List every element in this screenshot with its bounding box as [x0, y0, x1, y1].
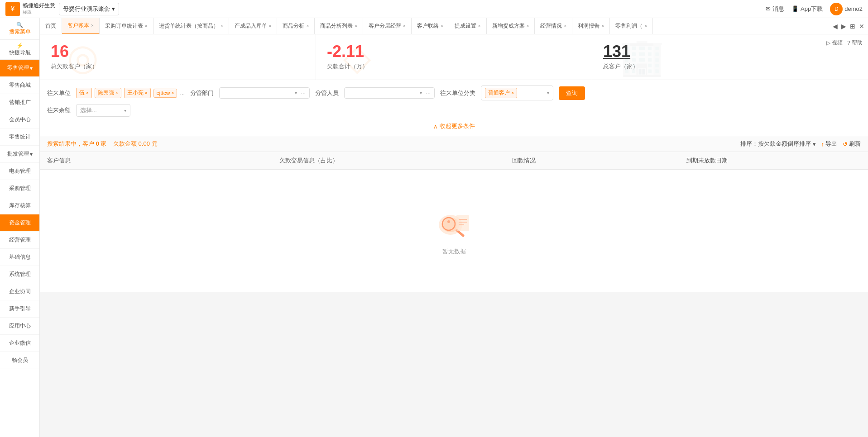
sidebar-item-retail-stats[interactable]: 零售统计 [0, 128, 39, 146]
tabs-nav-next[interactable]: ▶ [840, 22, 847, 31]
tab-customer-tier[interactable]: 客户分层经营 × [363, 18, 412, 34]
messages-btn[interactable]: ✉ 消息 [766, 5, 784, 13]
unit-tag-2-close[interactable]: × [145, 90, 148, 95]
tab-home[interactable]: 首页 [40, 18, 62, 34]
tab-new-commission-close[interactable]: × [527, 24, 529, 28]
tab-commission-settings-close[interactable]: × [478, 24, 481, 28]
table-header: 客户信息 欠款交易信息（占比） 回款情况 到期未放款日期 [40, 152, 868, 170]
sort-label: 排序：按欠款金额倒序排序 [740, 140, 811, 148]
unit-tag-0-label: 伍 [79, 89, 85, 97]
tab-profit-report[interactable]: 利润报告 × [572, 18, 610, 34]
tab-retail-profit[interactable]: 零售利润（ × [610, 18, 653, 34]
tab-customer-ledger-label: 客户账本 [67, 22, 89, 29]
tab-customer-ledger-close[interactable]: × [91, 23, 94, 28]
tab-product-analysis-list[interactable]: 商品分析列表 × [315, 18, 363, 34]
sidebar-item-app-center[interactable]: 应用中心 [0, 318, 39, 335]
unit-tag-1-label: 陈民强 [98, 89, 114, 97]
sidebar-item-new-guide[interactable]: 新手引导 [0, 300, 39, 318]
sidebar-item-purchase[interactable]: 采购管理 [0, 180, 39, 197]
debt-label: 欠款金额 [113, 140, 137, 147]
sidebar-item-finance[interactable]: 资金管理 [0, 214, 39, 232]
tab-commission-settings[interactable]: 提成设置 × [449, 18, 487, 34]
tab-customer-tier-label: 客户分层经营 [369, 22, 401, 30]
unit-tag-0-close[interactable]: × [86, 90, 89, 95]
page-content: ◎ 16 总欠款客户（家） ◇ -2.11 欠款合计（万） 🏢 131 总客户（… [40, 34, 868, 437]
logo-text: 畅捷通好生意 [23, 2, 55, 9]
table-header-due-date: 到期未放款日期 [686, 157, 861, 165]
tab-operations[interactable]: 经营情况 × [535, 18, 572, 34]
unit-tag-1-close[interactable]: × [115, 90, 118, 95]
tab-commission-settings-label: 提成设置 [455, 22, 476, 30]
sidebar-item-ecommerce[interactable]: 电商管理 [0, 163, 39, 180]
person-more[interactable]: ··· [426, 90, 431, 96]
tab-product-analysis-close[interactable]: × [306, 24, 309, 28]
customer-unit: 家 [101, 140, 106, 147]
sidebar-item-member-center[interactable]: 会员中心 [0, 111, 39, 128]
workspace-selector[interactable]: 母婴行业演示账套 ▾ [59, 3, 119, 15]
unit-type-select[interactable]: 普通客户 × ▾ [481, 86, 553, 100]
tab-customer-contact-label: 客户联络 [417, 22, 439, 30]
refresh-btn[interactable]: ↺ 刷新 [843, 140, 861, 148]
tab-product-inbound-close[interactable]: × [269, 24, 272, 28]
unit-tag-2: 王小亮 × [124, 88, 151, 98]
message-icon: ✉ [766, 5, 771, 12]
workspace-arrow: ▾ [112, 5, 115, 12]
tab-retail-profit-close[interactable]: × [644, 24, 647, 28]
unit-tags-more[interactable]: ... [180, 90, 185, 96]
tabs-nav-expand[interactable]: ⊞ [849, 22, 856, 31]
empty-icon [432, 206, 477, 242]
tab-purchase-stats-close[interactable]: × [221, 24, 223, 28]
sidebar-item-marketing[interactable]: 营销推广 [0, 94, 39, 111]
sidebar-item-operations[interactable]: 经营管理 [0, 232, 39, 249]
nav-icon: ⚡ [16, 43, 23, 49]
tab-customer-ledger[interactable]: 客户账本 × [62, 18, 100, 34]
tab-profit-report-label: 利润报告 [578, 22, 599, 30]
help-btn[interactable]: ? 帮助 [847, 39, 863, 47]
filter-area: 往来单位 伍 × 陈民强 × 王小亮 × [40, 80, 868, 136]
sidebar-item-inventory[interactable]: 库存核算 [0, 197, 39, 214]
tab-new-commission[interactable]: 新增提成方案 × [487, 18, 535, 34]
unit-tags: 伍 × 陈民强 × 王小亮 × cjttcw × [76, 88, 185, 98]
sidebar-item-wecom[interactable]: 企业微信 [0, 335, 39, 352]
person-select[interactable]: ▾ ··· [344, 87, 435, 99]
tab-customer-tier-close[interactable]: × [403, 24, 406, 28]
export-btn[interactable]: ↑ 导出 [821, 140, 838, 148]
video-btn[interactable]: ▷ 视频 [826, 39, 843, 47]
tabs-nav-close-all[interactable]: ✕ [858, 22, 865, 31]
tab-purchase-order-close[interactable]: × [145, 24, 148, 28]
sidebar-item-retail-mall[interactable]: 零售商城 [0, 77, 39, 94]
sidebar-item-enterprise[interactable]: 企业协同 [0, 283, 39, 300]
sidebar-item-wholesale-mgmt[interactable]: 批发管理 ▾ [0, 146, 39, 163]
unit-type-tag-close[interactable]: × [511, 90, 514, 95]
collapse-btn[interactable]: ∧ 收起更多条件 [433, 122, 475, 130]
sidebar-search[interactable]: 🔍 搜索菜单 [0, 18, 39, 40]
dept-select[interactable]: ▾ ··· [219, 87, 310, 99]
balance-select[interactable]: 选择... ▾ [76, 104, 130, 117]
tab-purchase-stats[interactable]: 进货单统计表（按商品） × [153, 18, 229, 34]
tab-customer-contact[interactable]: 客户联络 × [412, 18, 449, 34]
app-download-btn[interactable]: 📱 App下载 [791, 5, 823, 13]
tabs-nav-prev[interactable]: ◀ [832, 22, 839, 31]
sidebar-quick-nav-label: 快捷导航 [9, 49, 31, 56]
tab-purchase-order-stats[interactable]: 采购订单统计表 × [100, 18, 153, 34]
sort-arrow: ▾ [813, 141, 816, 147]
query-button[interactable]: 查询 [559, 86, 585, 100]
result-sort[interactable]: 排序：按欠款金额倒序排序 ▾ [740, 140, 816, 148]
sidebar-item-retail-mgmt[interactable]: 零售管理 ▾ [0, 60, 39, 77]
tab-operations-close[interactable]: × [564, 24, 566, 28]
tab-customer-contact-close[interactable]: × [441, 24, 443, 28]
tab-product-inbound[interactable]: 产成品入库单 × [229, 18, 278, 34]
sidebar-item-member[interactable]: 畅会员 [0, 352, 39, 369]
app-download-label: App下载 [801, 5, 823, 13]
sidebar-quick-nav[interactable]: ⚡ 快捷导航 [0, 40, 39, 60]
tab-profit-report-close[interactable]: × [601, 24, 604, 28]
sidebar-item-system[interactable]: 系统管理 [0, 266, 39, 283]
dept-clear[interactable]: ··· [301, 90, 306, 96]
tab-product-analysis[interactable]: 商品分析 × [277, 18, 315, 34]
tab-product-analysis-list-close[interactable]: × [355, 24, 357, 28]
sidebar-item-basic-info[interactable]: 基础信息 [0, 249, 39, 266]
empty-text: 暂无数据 [442, 247, 466, 256]
unit-tag-3-close[interactable]: × [172, 90, 174, 95]
user-area[interactable]: D demo2 [830, 3, 863, 15]
result-bar: 搜索结果中，客户 0 家 欠款金额 0.00 元 排序：按欠款金额倒序排序 ▾ … [40, 136, 868, 152]
